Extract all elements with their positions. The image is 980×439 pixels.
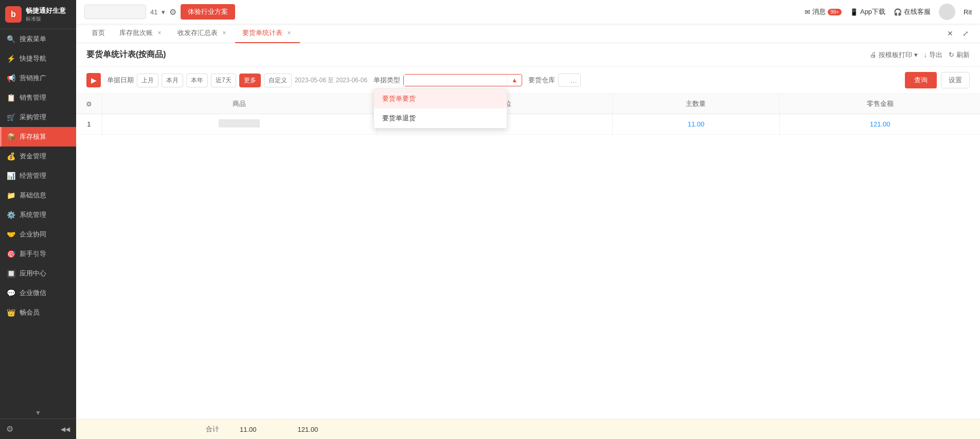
sidebar-enterprise-label: 企业协同	[20, 230, 46, 239]
data-table: ⚙ 商品 主计量单位 主数量 零售金额 1	[76, 94, 980, 135]
username-label[interactable]: Rit	[964, 8, 972, 16]
sidebar-item-sales[interactable]: 📋 销售管理	[0, 88, 76, 107]
date-year-btn[interactable]: 本年	[186, 74, 208, 87]
footer-quantity: 11.00	[219, 426, 277, 433]
basic-icon: 📁	[6, 191, 15, 200]
col-goods: 商品	[102, 94, 377, 114]
type-option-require-return[interactable]: 要货单退货	[374, 108, 507, 128]
phone-icon: 📱	[850, 8, 858, 16]
warehouse-filter-group: 要货仓库 …	[528, 74, 581, 87]
sidebar-finance-label: 资金管理	[20, 152, 46, 161]
inventory-icon: 📦	[6, 132, 15, 141]
sidebar-item-quick-nav[interactable]: ⚡ 快捷导航	[0, 49, 76, 68]
filter-settings-btn[interactable]: 设置	[941, 72, 970, 88]
refresh-btn[interactable]: ↻ 刷新	[949, 50, 970, 60]
user-avatar[interactable]	[939, 4, 955, 20]
sidebar-item-operations[interactable]: 📊 经营管理	[0, 166, 76, 186]
trial-btn[interactable]: 体验行业方案	[181, 4, 235, 20]
sidebar-item-wechat[interactable]: 💬 企业微信	[0, 283, 76, 303]
warehouse-input-label	[559, 78, 567, 82]
date-filter-label: 单据日期	[107, 76, 134, 85]
sidebar-collapse-icon[interactable]: ◀◀	[61, 426, 70, 433]
tab-receive-summary-label: 收发存汇总表	[177, 28, 218, 38]
table-container: ⚙ 商品 主计量单位 主数量 零售金额 1	[76, 94, 980, 419]
print-chevron-down-icon: ▾	[914, 51, 918, 59]
sidebar-item-app-center[interactable]: 🔲 应用中心	[0, 264, 76, 283]
online-service-label: 在线客服	[904, 7, 931, 16]
tab-order-stats[interactable]: 要货单统计表 ×	[235, 24, 300, 43]
sidebar-settings-icon[interactable]: ⚙	[6, 424, 13, 434]
table-row: 1 块 11.00 121.00	[76, 114, 980, 135]
date-current-month-btn[interactable]: 本月	[162, 74, 183, 87]
tab-inventory-batch[interactable]: 库存批次账 ×	[112, 24, 170, 43]
search-icon: 🔍	[6, 34, 15, 44]
messages-label: 消息	[812, 7, 826, 16]
sidebar-item-guide[interactable]: 🎯 新手引导	[0, 244, 76, 264]
table-footer: 合计 11.00 121.00	[76, 419, 980, 439]
sidebar-purchase-label: 采购管理	[20, 113, 46, 122]
table-settings-icon: ⚙	[86, 100, 92, 108]
date-more-btn[interactable]: 更多	[239, 74, 261, 87]
warehouse-input-group[interactable]: …	[558, 74, 581, 87]
filter-expand-icon: ▶	[91, 76, 97, 84]
sidebar-item-purchase[interactable]: 🛒 采购管理	[0, 107, 76, 127]
tab-order-stats-close[interactable]: ×	[286, 29, 293, 36]
sidebar-item-system[interactable]: ⚙️ 系统管理	[0, 205, 76, 225]
topbar-count: 41	[150, 8, 157, 16]
type-input-group: ▲	[403, 74, 522, 86]
print-template-btn[interactable]: 🖨 按模板打印 ▾	[870, 50, 918, 60]
tab-home[interactable]: 首页	[84, 24, 112, 43]
col-amount: 零售金额	[780, 94, 980, 114]
warehouse-more-icon[interactable]: …	[567, 74, 580, 86]
page-container: 要货单统计表(按商品) 🖨 按模板打印 ▾ ↓ 导出 ↻ 刷新	[76, 43, 980, 439]
messages-btn[interactable]: ✉ 消息 99+	[805, 7, 842, 16]
date-week-btn[interactable]: 近7天	[211, 74, 236, 87]
tab-inventory-batch-label: 库存批次账	[119, 28, 153, 38]
refresh-icon: ↻	[949, 51, 954, 59]
type-option-require-goods[interactable]: 要货单要货	[374, 89, 507, 108]
topbar-search-input[interactable]	[84, 5, 146, 19]
sidebar-item-enterprise[interactable]: 🤝 企业协同	[0, 225, 76, 244]
online-service-btn[interactable]: 🎧 在线客服	[894, 7, 931, 16]
cell-amount: 121.00	[780, 114, 980, 135]
tab-receive-summary[interactable]: 收发存汇总表 ×	[170, 24, 235, 43]
sidebar-bottom: ⚙ ◀◀	[0, 418, 76, 439]
app-download-btn[interactable]: 📱 App下载	[850, 7, 885, 16]
headset-icon: 🎧	[894, 8, 902, 16]
type-input[interactable]	[404, 75, 507, 86]
filter-toggle-btn[interactable]: ▶	[86, 73, 101, 87]
tab-close-all-btn[interactable]: ✕	[944, 27, 956, 40]
sidebar: b 畅捷通好生意 标准版 🔍 搜索菜单 ⚡ 快捷导航 📢 营销推广 📋 销售管理	[0, 0, 76, 439]
sidebar-item-inventory[interactable]: 📦 库存核算	[0, 127, 76, 147]
tab-expand-btn[interactable]: ⤢	[959, 27, 972, 40]
tab-inventory-batch-close[interactable]: ×	[156, 29, 163, 36]
sidebar-wechat-label: 企业微信	[20, 288, 46, 298]
sidebar-member-label: 畅会员	[20, 308, 40, 317]
col-settings[interactable]: ⚙	[76, 94, 102, 114]
date-range-display: 2023-05-06 至 2023-06-06	[295, 76, 367, 85]
sidebar-item-finance[interactable]: 💰 资金管理	[0, 147, 76, 166]
tab-receive-summary-close[interactable]: ×	[221, 29, 228, 36]
topbar-gear-icon[interactable]: ⚙	[169, 7, 176, 17]
date-custom-btn[interactable]: 自定义	[264, 74, 292, 87]
sidebar-scroll-indicator: ▼	[0, 407, 76, 418]
type-input-chevron-icon[interactable]: ▲	[507, 75, 522, 86]
marketing-icon: 📢	[6, 74, 15, 83]
app-logo-icon: b	[5, 6, 22, 23]
cell-index: 1	[76, 114, 102, 135]
sidebar-item-member[interactable]: 👑 畅会员	[0, 303, 76, 322]
system-icon: ⚙️	[6, 210, 15, 220]
tabbar: 首页 库存批次账 × 收发存汇总表 × 要货单统计表 × ✕ ⤢	[76, 24, 980, 43]
query-btn[interactable]: 查询	[905, 72, 937, 88]
topbar-dropdown[interactable]: ▾	[162, 8, 165, 16]
sidebar-item-marketing[interactable]: 📢 营销推广	[0, 68, 76, 88]
wechat-icon: 💬	[6, 288, 15, 298]
export-btn[interactable]: ↓ 导出	[924, 50, 943, 60]
date-prev-month-btn[interactable]: 上月	[137, 74, 158, 87]
sidebar-item-basic[interactable]: 📁 基础信息	[0, 186, 76, 205]
sidebar-item-search[interactable]: 🔍 搜索菜单	[0, 29, 76, 49]
quantity-link[interactable]: 11.00	[688, 120, 705, 128]
chevron-down-icon: ▾	[162, 8, 165, 16]
finance-icon: 💰	[6, 152, 15, 161]
amount-link[interactable]: 121.00	[870, 120, 890, 128]
